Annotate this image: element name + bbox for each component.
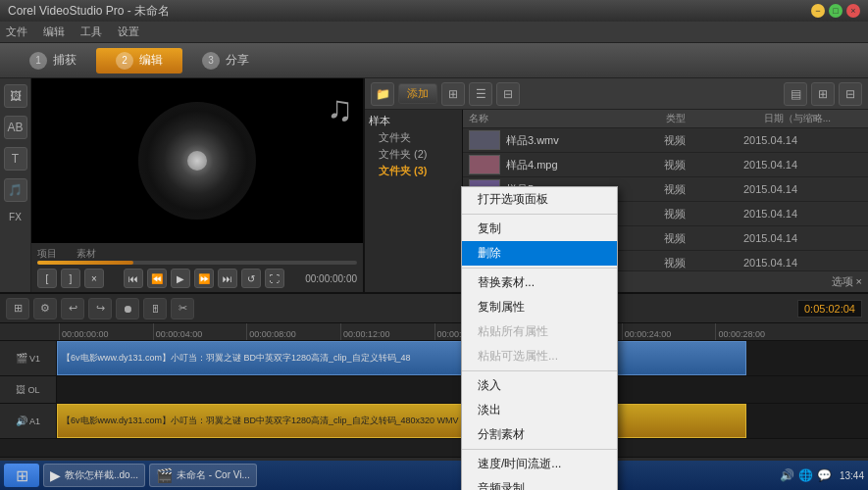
main-area: 🖼 AB T 🎵 FX ♫ 项目 素材 [ ] × ⏮ ⏪ xyxy=(0,78,868,292)
view-btn-3[interactable]: ⊟ xyxy=(496,82,520,106)
ctx-sep-3 xyxy=(462,370,617,371)
folder-tree: 样本 文件夹 文件夹 (2) 文件夹 (3) xyxy=(365,110,463,292)
btn-next-frame[interactable]: ⏩ xyxy=(194,269,214,288)
view-btn-2[interactable]: ☰ xyxy=(469,82,492,106)
btn-forward[interactable]: ⏭ xyxy=(218,269,237,288)
folder-item-2[interactable]: 文件夹 (2) xyxy=(369,147,458,162)
col-name: 名称 xyxy=(469,112,666,125)
step-num-1: 1 xyxy=(29,52,47,70)
titlebar: Corel VideoStudio Pro - 未命名 − □ × xyxy=(0,0,868,22)
file-date-3: 2015.04.14 xyxy=(743,183,862,195)
menu-settings[interactable]: 设置 xyxy=(118,24,139,39)
ctx-audio-rec[interactable]: 音频录制... xyxy=(462,476,617,490)
ctx-replace[interactable]: 替换素材... xyxy=(462,270,617,295)
file-date-2: 2015.04.14 xyxy=(743,159,862,171)
audio-track-icon: 🔊 xyxy=(16,416,27,426)
top-navigation: 1 捕获 2 编辑 3 分享 xyxy=(0,43,868,78)
fx-label: FX xyxy=(7,210,24,224)
tl-undo[interactable]: ↩ xyxy=(61,298,84,319)
ctx-copy-attr[interactable]: 复制属性 xyxy=(462,295,617,319)
timeline: ⊞ ⚙ ↩ ↪ ⏺ 🎚 ✂ 0:05:02:04 00:00:00:00 00:… xyxy=(0,292,868,468)
ctx-paste-all-attr: 粘贴所有属性 xyxy=(462,319,617,344)
add-button[interactable]: 添加 xyxy=(398,83,437,104)
video-track-row: 🎬 V1 【6v电影www.dy131.com】小叮当：羽翼之谜 BD中英双字1… xyxy=(0,341,868,376)
step-num-2: 2 xyxy=(116,52,133,70)
btn-fullscreen[interactable]: ⛶ xyxy=(265,269,284,288)
tl-redo[interactable]: ↪ xyxy=(88,298,112,319)
ctx-fade-in[interactable]: 淡入 xyxy=(462,373,617,398)
maximize-button[interactable]: □ xyxy=(829,4,842,18)
seek-bar[interactable] xyxy=(37,261,357,265)
nav-step-capture[interactable]: 1 捕获 xyxy=(10,48,96,74)
folder-item-1[interactable]: 文件夹 xyxy=(369,130,458,145)
view-mode-1[interactable]: ▤ xyxy=(784,82,807,106)
preview-panel: ♫ 项目 素材 [ ] × ⏮ ⏪ ▶ ⏩ ⏭ ↺ ⛶ 00:00 xyxy=(31,78,365,292)
taskbar-icon-1: ▶ xyxy=(50,467,61,483)
options-btn[interactable]: 选项 × xyxy=(832,274,862,289)
video-track-name: V1 xyxy=(29,354,40,364)
preview-controls: 项目 素材 [ ] × ⏮ ⏪ ▶ ⏩ ⏭ ↺ ⛶ 00:00:00:00 xyxy=(31,243,363,292)
btn-repeat[interactable]: ↺ xyxy=(241,269,261,288)
audio-track-row: 🔊 A1 【6v电影www.dy131.com】小叮当：羽翼之谜 BD中英双字1… xyxy=(0,404,868,439)
tl-split[interactable]: ✂ xyxy=(171,298,194,319)
tl-track-type[interactable]: ⊞ xyxy=(6,298,29,319)
timeline-time: 0:05:02:04 xyxy=(797,300,862,318)
ctx-fade-out[interactable]: 淡出 xyxy=(462,398,617,422)
nav-step-share[interactable]: 3 分享 xyxy=(182,48,269,74)
sidebar-icon-3[interactable]: T xyxy=(4,147,27,171)
view-mode-3[interactable]: ⊟ xyxy=(839,82,862,106)
ctx-open-options[interactable]: 打开选项面板 xyxy=(462,187,617,212)
source-label[interactable]: 素材 xyxy=(77,247,96,261)
view-mode-2[interactable]: ⊞ xyxy=(811,82,835,106)
app-title: Corel VideoStudio Pro - 未命名 xyxy=(8,3,170,20)
ruler-mark-3: 00:00:12:00 xyxy=(340,323,434,340)
view-btn-1[interactable]: ⊞ xyxy=(441,82,465,106)
taskbar-item-1[interactable]: ▶ 教你怎样截..do... xyxy=(43,464,145,487)
ctx-copy[interactable]: 复制 xyxy=(462,217,617,241)
video-clip-1[interactable]: 【6v电影www.dy131.com】小叮当：羽翼之谜 BD中英双字1280高清… xyxy=(57,341,746,375)
project-label[interactable]: 项目 xyxy=(37,247,57,261)
minimize-button[interactable]: − xyxy=(811,4,825,18)
menu-tools[interactable]: 工具 xyxy=(80,24,102,39)
btn-close-x[interactable]: × xyxy=(84,269,104,288)
nav-step-edit[interactable]: 2 编辑 xyxy=(96,48,182,74)
btn-rewind[interactable]: ⏮ xyxy=(124,269,143,288)
table-row[interactable]: 样品3.wmv 视频 2015.04.14 xyxy=(463,128,868,153)
btn-prev-frame[interactable]: ⏪ xyxy=(147,269,167,288)
sidebar-icon-2[interactable]: AB xyxy=(4,116,27,139)
step-label-3: 分享 xyxy=(226,52,249,69)
close-button[interactable]: × xyxy=(846,4,860,18)
vinyl-record xyxy=(138,102,256,220)
sidebar-icon-1[interactable]: 🖼 xyxy=(4,84,27,108)
menu-edit[interactable]: 编辑 xyxy=(43,24,65,39)
tray-icon-3[interactable]: 💬 xyxy=(817,468,832,482)
tl-record[interactable]: ⏺ xyxy=(116,298,139,319)
taskbar-time: 13:44 xyxy=(840,470,864,481)
btn-play[interactable]: ▶ xyxy=(171,269,190,288)
table-row[interactable]: 样品4.mpg 视频 2015.04.14 xyxy=(463,153,868,177)
audio-track-name: A1 xyxy=(29,416,40,426)
start-button[interactable]: ⊞ xyxy=(4,464,39,487)
folder-root[interactable]: 样本 xyxy=(369,114,458,128)
sys-tray: 🔊 🌐 💬 xyxy=(780,468,832,482)
file-type-6: 视频 xyxy=(664,256,743,270)
tray-icon-2[interactable]: 🌐 xyxy=(798,468,813,482)
taskbar-item-2[interactable]: 🎬 未命名 - Cor Vi... xyxy=(149,464,257,487)
folder-icon-btn[interactable]: 📁 xyxy=(371,82,394,106)
tl-settings[interactable]: ⚙ xyxy=(33,298,57,319)
tray-icon-1[interactable]: 🔊 xyxy=(780,468,794,482)
ctx-delete[interactable]: 删除 xyxy=(462,241,617,266)
ctx-split[interactable]: 分割素材 xyxy=(462,422,617,447)
folder-item-3[interactable]: 文件夹 (3) xyxy=(369,164,458,178)
tl-mixer[interactable]: 🎚 xyxy=(143,298,167,319)
ruler-mark-2: 00:00:08:00 xyxy=(246,323,340,340)
btn-bracket-start[interactable]: [ xyxy=(37,269,57,288)
sidebar-icon-4[interactable]: 🎵 xyxy=(4,178,27,202)
preview-screen: ♫ xyxy=(31,78,363,243)
menu-file[interactable]: 文件 xyxy=(6,24,27,39)
context-menu: 打开选项面板 复制 删除 替换素材... 复制属性 粘贴所有属性 粘贴可选属性.… xyxy=(461,186,618,490)
ctx-speed[interactable]: 速度/时间流逝... xyxy=(462,452,617,476)
music-note-icon: ♫ xyxy=(327,88,353,129)
audio-clip-1[interactable]: 【6v电影www.dy131.com】小叮当：羽翼之谜 BD中英双字1280高清… xyxy=(57,404,746,438)
btn-bracket-end[interactable]: ] xyxy=(61,269,80,288)
